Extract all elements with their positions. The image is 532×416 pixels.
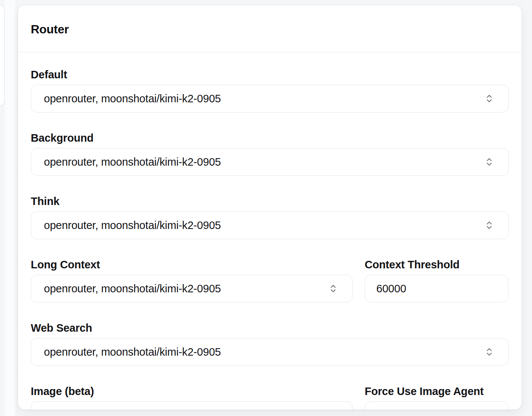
- card-header: Router: [18, 5, 521, 52]
- long-context-select-value: openrouter, moonshotai/kimi-k2-0905: [44, 283, 221, 295]
- default-label: Default: [31, 68, 509, 81]
- web-search-select[interactable]: openrouter, moonshotai/kimi-k2-0905: [31, 338, 509, 366]
- force-use-image-agent-input[interactable]: [365, 401, 508, 410]
- background-label: Background: [31, 131, 509, 145]
- field-long-context-row: Long Context openrouter, moonshotai/kimi…: [31, 258, 509, 302]
- context-threshold-input[interactable]: [365, 275, 508, 302]
- background-select-value: openrouter, moonshotai/kimi-k2-0905: [44, 156, 221, 168]
- chevron-up-down-icon: [328, 284, 338, 293]
- web-search-label: Web Search: [31, 321, 509, 335]
- image-select[interactable]: [31, 401, 353, 410]
- default-select[interactable]: openrouter, moonshotai/kimi-k2-0905: [31, 85, 509, 112]
- field-default: Default openrouter, moonshotai/kimi-k2-0…: [31, 68, 509, 112]
- chevron-up-down-icon: [484, 220, 494, 230]
- web-search-select-value: openrouter, moonshotai/kimi-k2-0905: [44, 346, 221, 358]
- field-web-search: Web Search openrouter, moonshotai/kimi-k…: [31, 321, 509, 366]
- page-title: Router: [31, 22, 509, 36]
- field-image: Image (beta): [31, 385, 353, 410]
- field-long-context: Long Context openrouter, moonshotai/kimi…: [31, 258, 353, 302]
- router-settings-card: Router Default openrouter, moonshotai/ki…: [18, 5, 521, 410]
- chevron-up-down-icon: [484, 157, 494, 167]
- default-select-value: openrouter, moonshotai/kimi-k2-0905: [44, 93, 221, 105]
- image-label: Image (beta): [31, 385, 353, 398]
- field-context-threshold: Context Threshold: [365, 258, 508, 302]
- field-image-row: Image (beta) Force Use Image Agent: [31, 385, 509, 410]
- think-select-value: openrouter, moonshotai/kimi-k2-0905: [44, 219, 221, 232]
- long-context-select[interactable]: openrouter, moonshotai/kimi-k2-0905: [31, 275, 353, 302]
- context-threshold-label: Context Threshold: [365, 258, 508, 271]
- think-select[interactable]: openrouter, moonshotai/kimi-k2-0905: [31, 211, 509, 239]
- field-force-use-image-agent: Force Use Image Agent: [365, 385, 508, 410]
- force-use-image-agent-label: Force Use Image Agent: [365, 385, 508, 398]
- think-label: Think: [31, 195, 509, 208]
- chevron-up-down-icon: [484, 347, 494, 357]
- left-partial-card: [0, 5, 5, 106]
- field-background: Background openrouter, moonshotai/kimi-k…: [31, 131, 509, 176]
- chevron-up-down-icon: [484, 94, 494, 103]
- field-think: Think openrouter, moonshotai/kimi-k2-090…: [31, 195, 509, 239]
- background-select[interactable]: openrouter, moonshotai/kimi-k2-0905: [31, 148, 509, 176]
- background-gutter: [5, 0, 18, 416]
- long-context-label: Long Context: [31, 258, 353, 271]
- card-body: Default openrouter, moonshotai/kimi-k2-0…: [18, 52, 521, 410]
